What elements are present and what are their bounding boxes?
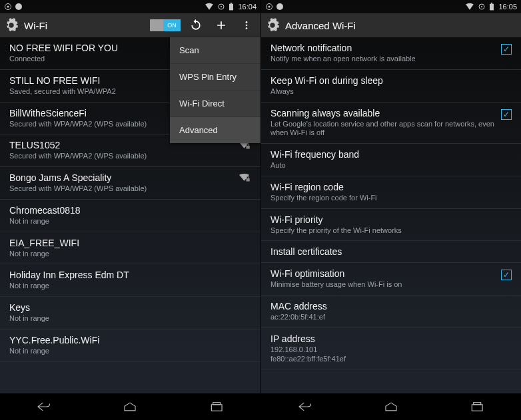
setting-title: Wi-Fi region code [270,182,512,192]
network-ssid: Keys [9,302,251,313]
network-status: Secured with WPA/WPA2 (WPS available) [9,184,251,194]
svg-rect-12 [211,405,222,411]
recents-icon[interactable] [210,401,225,413]
battery-icon [489,3,494,11]
setting-subtitle: Specify the region code for Wi-Fi [270,194,512,203]
svg-rect-6 [231,3,232,4]
setting-row[interactable]: Wi-Fi prioritySpecify the priority of th… [261,209,521,242]
back-icon[interactable] [297,400,312,413]
svg-rect-20 [491,3,492,4]
setting-title: Scanning always available [270,108,512,118]
checkbox[interactable]: ✓ [501,270,512,280]
network-status: Not in range [9,250,251,259]
setting-row[interactable]: Network notificationNotify me when an op… [261,37,521,70]
action-bar: Advanced Wi-Fi [261,13,521,37]
svg-point-9 [246,27,248,29]
setting-title: Wi-Fi frequency band [270,149,512,160]
wifi-network-row[interactable]: Chromecast0818Not in range [0,200,260,232]
overflow-icon[interactable] [237,15,257,35]
svg-point-16 [276,3,283,10]
wifi-network-row[interactable]: KeysNot in range [0,297,260,329]
setting-title: Install certificates [270,246,512,257]
setting-row[interactable]: MAC addressac:22:0b:5f:41:ef [261,296,521,328]
status-time: 16:05 [498,3,517,11]
setting-row[interactable]: IP address192.168.0.101 fe80::ae22:bff:f… [261,328,521,370]
menu-item[interactable]: WPS Pin Entry [170,64,260,91]
wifi-network-row[interactable]: EIA_FREE_WIFINot in range [0,232,260,265]
svg-point-1 [7,6,9,8]
svg-point-2 [15,3,22,10]
setting-row[interactable]: Wi-Fi frequency bandAuto [261,144,521,176]
setting-subtitle: Auto [270,161,512,170]
network-status: Not in range [9,347,251,356]
network-status: Not in range [9,314,251,323]
refresh-icon[interactable] [186,15,206,35]
wifi-settings-pane: 16:04 Wi-Fi ON NO FREE WIFI FOR YOUConne… [0,0,260,420]
gear-icon[interactable] [265,18,280,33]
notif-icon [4,3,12,11]
notif-icon [265,3,273,11]
setting-subtitle: Notify me when an open network is availa… [270,55,512,64]
home-icon[interactable] [384,401,398,413]
page-title: Advanced Wi-Fi [285,20,517,31]
setting-title: IP address [270,333,512,344]
setting-title: Network notification [270,43,512,53]
wps-lock-icon [239,174,251,183]
svg-rect-5 [229,4,233,11]
setting-row[interactable]: Wi-Fi optimisationMinimise battery usage… [261,263,521,296]
back-icon[interactable] [36,400,51,413]
wifi-network-row[interactable]: YYC.Free.Public.WiFiNot in range [0,329,260,362]
svg-rect-22 [474,403,481,405]
page-title: Wi-Fi [24,20,145,31]
setting-subtitle: ac:22:0b:5f:41:ef [270,313,512,322]
location-icon [218,3,225,10]
wifi-network-row[interactable]: Holiday Inn Express Edm DTNot in range [0,264,260,297]
checkbox[interactable]: ✓ [501,44,512,55]
checkbox[interactable]: ✓ [501,109,512,120]
network-status: Not in range [9,282,251,291]
setting-row[interactable]: Wi-Fi region codeSpecify the region code… [261,176,521,209]
notif-icon [15,3,23,11]
home-icon[interactable] [123,401,137,413]
menu-item[interactable]: Advanced [170,117,260,143]
setting-title: Wi-Fi optimisation [270,268,512,279]
menu-item[interactable]: Scan [170,37,260,64]
nav-bar [0,393,260,420]
svg-point-4 [221,6,222,7]
svg-rect-13 [213,403,221,405]
location-icon [478,3,485,10]
setting-title: Wi-Fi priority [270,214,512,225]
network-status: Secured with WPA/WPA2 (WPS available) [9,152,251,161]
action-bar: Wi-Fi ON [0,13,260,37]
wifi-icon [205,3,214,11]
setting-title: MAC address [270,301,512,312]
svg-rect-21 [472,405,482,411]
setting-row[interactable]: Keep Wi-Fi on during sleepAlways [261,70,521,103]
wifi-toggle[interactable]: ON [150,19,181,31]
toggle-knob: ON [163,19,181,31]
network-ssid: Chromecast0818 [9,205,251,216]
svg-point-7 [246,21,248,23]
setting-subtitle: Minimise battery usage when Wi-Fi is on [270,280,512,290]
setting-subtitle: Let Google's location service and other … [270,120,512,138]
setting-title: Keep Wi-Fi on during sleep [270,75,512,86]
recents-icon[interactable] [470,401,485,413]
svg-rect-11 [247,178,250,182]
wifi-network-row[interactable]: Bongo Jams A SpecialitySecured with WPA/… [0,167,260,200]
battery-icon [229,3,234,11]
advanced-settings-list: Network notificationNotify me when an op… [261,37,521,393]
setting-row[interactable]: Scanning always availableLet Google's lo… [261,103,521,144]
network-ssid: YYC.Free.Public.WiFi [9,335,251,345]
gear-icon[interactable] [4,18,19,33]
network-ssid: Holiday Inn Express Edm DT [9,270,251,280]
svg-point-15 [268,6,270,8]
setting-subtitle: Specify the priority of the Wi-Fi networ… [270,226,512,236]
network-ssid: EIA_FREE_WIFI [9,238,251,248]
setting-subtitle: Always [270,87,512,97]
network-ssid: Bongo Jams A Speciality [9,172,251,183]
menu-item[interactable]: Wi-Fi Direct [170,91,260,117]
setting-row[interactable]: Install certificates [261,241,521,263]
add-icon[interactable] [211,15,231,35]
status-bar: 16:05 [261,0,521,13]
status-time: 16:04 [238,3,257,11]
